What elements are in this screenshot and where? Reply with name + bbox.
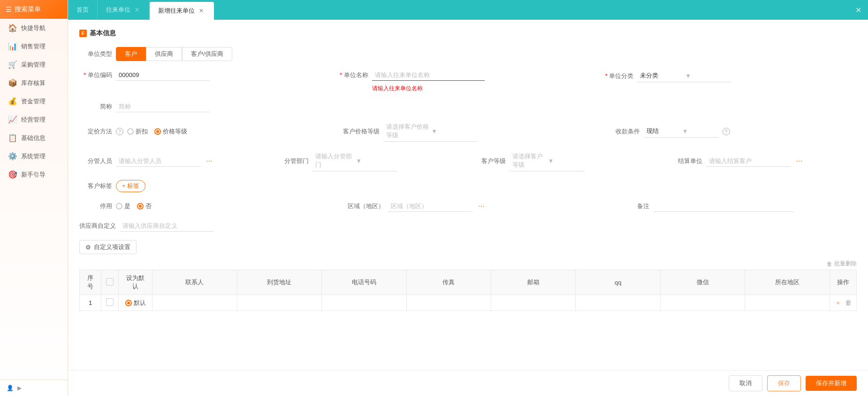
customer-tag-group: 客户标签 + 标签 (79, 180, 857, 192)
cell-phone[interactable] (322, 295, 406, 311)
manager-input[interactable] (116, 155, 200, 167)
contact-input[interactable] (157, 299, 232, 306)
pricing-discount-option[interactable]: 折扣 (127, 127, 148, 136)
add-tag-label: + 标签 (122, 182, 139, 190)
col-checkbox-all[interactable] (101, 270, 119, 295)
cell-contact[interactable] (152, 295, 237, 311)
custom-settings-button[interactable]: ⚙ 自定义项设置 (79, 240, 137, 254)
sidebar-item-system[interactable]: ⚙️ 系统管理 (0, 147, 68, 165)
discount-label: 折扣 (136, 127, 148, 136)
col-region: 所在地区 (745, 270, 830, 295)
sidebar-item-sales[interactable]: 📊 销售管理 (0, 37, 68, 55)
tab-home[interactable]: 首页 (68, 0, 98, 20)
pricing-help-icon[interactable]: ? (116, 128, 123, 135)
section-icon: F (79, 30, 87, 37)
unit-name-input[interactable] (372, 70, 485, 81)
supplier-custom-label: 供应商自定义 (79, 222, 116, 230)
cell-qq[interactable] (576, 295, 661, 311)
tab-partner-close[interactable]: ✕ (133, 6, 141, 14)
cell-checkbox[interactable] (101, 295, 119, 311)
tab-partner[interactable]: 往来单位 ✕ (98, 0, 150, 20)
manager-more-btn[interactable]: ··· (204, 157, 214, 165)
remark-input[interactable] (653, 201, 794, 212)
supplier-custom-row: 供应商自定义 (79, 220, 857, 232)
disabled-yes-radio[interactable] (116, 203, 122, 210)
customer-price-level-select[interactable]: 请选择客户价格等级 ▼ (383, 121, 477, 142)
customer-level-select[interactable]: 请选择客户等级 ▼ (510, 150, 585, 171)
select-all-checkbox[interactable] (106, 278, 114, 286)
address-input[interactable] (242, 299, 317, 306)
table-region-input[interactable] (750, 299, 824, 306)
region-input[interactable] (388, 201, 472, 212)
unit-type-both-btn[interactable]: 客户/供应商 (182, 47, 232, 61)
tab-new-partner-close[interactable]: ✕ (198, 7, 205, 15)
settlement-more-btn[interactable]: ··· (794, 157, 804, 165)
disabled-no-radio[interactable] (137, 203, 144, 210)
sidebar-item-finance[interactable]: 💰 资金管理 (0, 92, 68, 110)
custom-settings-section: ⚙ 自定义项设置 (79, 240, 857, 254)
customer-level-placeholder: 请选择客户等级 (512, 152, 546, 169)
payment-terms-select[interactable]: 现结 ▼ (644, 125, 719, 138)
cell-wechat[interactable] (661, 295, 745, 311)
cell-region[interactable] (745, 295, 830, 311)
expand-icon: ▶ (17, 385, 22, 391)
add-row-icon[interactable]: ＋ (835, 299, 841, 307)
save-button[interactable]: 保存 (767, 375, 801, 391)
sidebar-item-inventory[interactable]: 📦 库存核算 (0, 74, 68, 92)
sidebar-item-operations[interactable]: 📈 经营管理 (0, 110, 68, 129)
alias-input[interactable] (116, 101, 210, 112)
default-radio-btn[interactable] (125, 300, 132, 306)
price-level-chevron-icon: ▼ (431, 128, 474, 135)
tab-new-partner[interactable]: 新增往来单位 ✕ (150, 2, 214, 20)
disabled-yes-option[interactable]: 是 (116, 202, 130, 210)
discount-radio[interactable] (127, 128, 134, 135)
sidebar-item-guide[interactable]: 🎯 新手引导 (0, 165, 68, 184)
phone-input[interactable] (327, 299, 401, 306)
supplier-custom-input[interactable] (120, 220, 213, 232)
cell-default[interactable]: 默认 (119, 295, 152, 311)
save-new-button[interactable]: 保存并新增 (806, 376, 857, 391)
qq-input[interactable] (580, 299, 655, 306)
sidebar-item-basic-info[interactable]: 📋 基础信息 (0, 129, 68, 147)
sidebar: ☰ 搜索菜单 🏠 快捷导航 📊 销售管理 🛒 采购管理 📦 库存核算 💰 资金管… (0, 0, 68, 396)
email-input[interactable] (496, 299, 571, 306)
gear-icon: ⚙ (85, 244, 91, 251)
settlement-unit-input[interactable] (706, 155, 791, 167)
fax-input[interactable] (411, 299, 486, 306)
disabled-group: 停用 是 否 (79, 202, 320, 210)
sales-icon: 📊 (8, 42, 17, 51)
cell-email[interactable] (491, 295, 576, 311)
batch-delete-label[interactable]: 批量删除 (834, 260, 857, 268)
sidebar-item-purchase[interactable]: 🛒 采购管理 (0, 55, 68, 74)
window-close-button[interactable]: ✕ (849, 6, 868, 15)
avatar-icon: 👤 (7, 385, 14, 391)
department-select[interactable]: 请输入分管部门 ▼ (312, 150, 397, 171)
payment-terms-help-icon[interactable]: ? (723, 128, 730, 135)
unit-code-label: 单位编码 (79, 71, 112, 79)
region-more-btn[interactable]: ··· (476, 202, 486, 210)
unit-type-customer-btn[interactable]: 客户 (116, 47, 146, 61)
price-level-radio[interactable] (154, 128, 161, 135)
unit-type-supplier-btn[interactable]: 供应商 (146, 47, 182, 61)
pricing-level-option[interactable]: 价格等级 (154, 127, 187, 136)
row-checkbox[interactable] (106, 298, 114, 306)
tab-partner-label: 往来单位 (106, 6, 130, 14)
purchase-icon: 🛒 (8, 60, 17, 69)
batch-delete-area: 🗑 批量删除 (79, 260, 857, 268)
wechat-input[interactable] (665, 299, 740, 306)
unit-name-group: 单位名称 请输入往来单位名称 (335, 70, 592, 93)
row-default-radio[interactable]: 默认 (123, 299, 147, 307)
cell-address[interactable] (237, 295, 321, 311)
code-name-category-row: 单位编码 单位名称 请输入往来单位名称 单位分类 未分类 ▼ (79, 70, 857, 93)
col-contact: 联系人 (152, 270, 237, 295)
unit-code-input[interactable] (116, 70, 210, 81)
unit-category-select[interactable]: 未分类 ▼ (637, 70, 731, 82)
tab-new-partner-label: 新增往来单位 (158, 7, 195, 15)
cell-fax[interactable] (406, 295, 491, 311)
delete-row-icon[interactable]: 🗑 (845, 299, 852, 307)
add-tag-button[interactable]: + 标签 (116, 180, 145, 192)
disabled-no-option[interactable]: 否 (137, 202, 152, 210)
cancel-button[interactable]: 取消 (729, 375, 762, 391)
sidebar-search[interactable]: ☰ 搜索菜单 (0, 0, 68, 19)
sidebar-item-quick-nav[interactable]: 🏠 快捷导航 (0, 19, 68, 37)
